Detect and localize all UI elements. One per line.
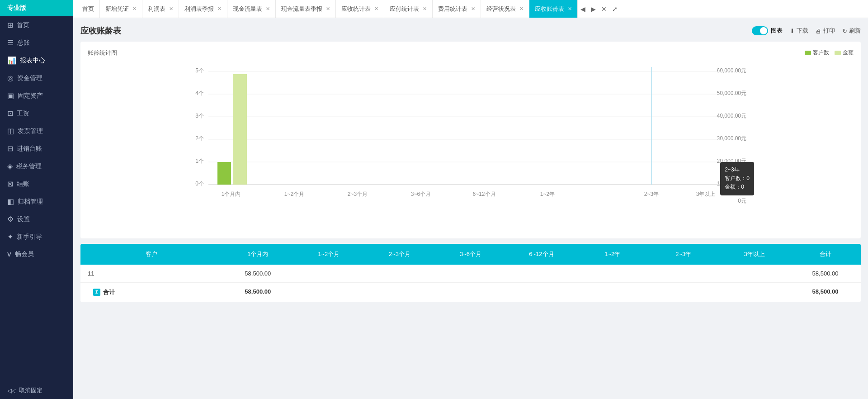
tab-close-all-button[interactable]: ✕ — [599, 5, 609, 13]
chart-toggle[interactable]: 图表 — [752, 26, 783, 35]
svg-text:10,000.00元: 10,000.00元 — [717, 180, 746, 187]
svg-text:2~3个月: 2~3个月 — [348, 191, 368, 197]
cell-total: 58,500.00 — [790, 265, 861, 282]
tab-close-icon[interactable]: ✕ — [423, 6, 427, 12]
tab-cashflow-quarterly[interactable]: 现金流量表季报 ✕ — [276, 0, 336, 18]
tab-ar-aging[interactable]: 应收账龄表 ✕ — [529, 0, 578, 18]
tab-close-icon[interactable]: ✕ — [519, 6, 524, 12]
toggle-control[interactable] — [752, 26, 768, 35]
toggle-label: 图表 — [771, 27, 783, 35]
tab-profit-quarterly[interactable]: 利润表季报 ✕ — [179, 0, 227, 18]
sidebar-item-label: 新手引导 — [17, 233, 42, 241]
tab-label: 新增凭证 — [105, 5, 129, 13]
tab-next-button[interactable]: ▶ — [588, 5, 599, 13]
salary-icon: ⊡ — [7, 109, 13, 118]
tab-expense-stats[interactable]: 费用统计表 ✕ — [433, 0, 481, 18]
tab-ap-stats[interactable]: 应付统计表 ✕ — [384, 0, 433, 18]
page-content: 应收账龄表 图表 ⬇ 下载 🖨 打印 ↻ 刷新 — [73, 18, 868, 399]
sidebar-item-reports[interactable]: 📊 报表中心 — [0, 52, 73, 69]
download-label: 下载 — [797, 27, 808, 35]
sidebar-item-label: 报表中心 — [20, 57, 45, 65]
cell-customer: 11 — [80, 265, 222, 282]
tab-close-icon[interactable]: ✕ — [568, 6, 572, 12]
tab-cashflow[interactable]: 现金流量表 ✕ — [227, 0, 276, 18]
svg-text:1~2个月: 1~2个月 — [284, 191, 304, 197]
sidebar-item-close[interactable]: ⊠ 结账 — [0, 175, 73, 193]
tab-close-icon[interactable]: ✕ — [326, 6, 330, 12]
svg-text:0元: 0元 — [738, 198, 746, 204]
sidebar-item-purchase[interactable]: ⊟ 进销台账 — [0, 140, 73, 157]
sidebar-item-ledger[interactable]: ☰ 总账 — [0, 34, 73, 52]
tab-close-icon[interactable]: ✕ — [217, 6, 222, 12]
print-button[interactable]: 🖨 打印 — [816, 27, 835, 35]
tab-close-icon[interactable]: ✕ — [471, 6, 475, 12]
sidebar-item-home[interactable]: ⊞ 首页 — [0, 16, 73, 34]
download-button[interactable]: ⬇ 下载 — [790, 27, 808, 35]
assets-icon: ▣ — [7, 91, 14, 100]
reports-icon: 📊 — [7, 56, 16, 65]
summary-y23 — [648, 283, 719, 302]
tab-close-icon[interactable]: ✕ — [266, 6, 270, 12]
chart-svg-wrapper: 5个 4个 3个 2个 1个 0个 60,000.00元 50,000.00元 … — [88, 62, 854, 231]
table-row: 11 58,500.00 58,500.00 — [80, 265, 861, 283]
sidebar-item-tax[interactable]: ◈ 税务管理 — [0, 157, 73, 175]
close-account-icon: ⊠ — [7, 180, 13, 188]
unpin-icon: ◁◁ — [7, 387, 16, 394]
refresh-label: 刷新 — [849, 27, 861, 35]
data-table: 客户 1个月内 1~2个月 2~3个月 3~6个月 6~12个月 1~2年 2~… — [80, 244, 861, 302]
legend-amount: 金额 — [835, 49, 854, 57]
tab-expand-button[interactable]: ⤢ — [609, 5, 620, 13]
main-content: 首页 新增凭证 ✕ 利润表 ✕ 利润表季报 ✕ 现金流量表 ✕ 现金流量表季报 … — [73, 0, 868, 399]
tab-biz-status[interactable]: 经营状况表 ✕ — [481, 0, 529, 18]
sidebar-item-capital[interactable]: ◎ 资金管理 — [0, 69, 73, 87]
summary-label: Σ 合计 — [88, 288, 219, 296]
tab-ar-stats[interactable]: 应收统计表 ✕ — [336, 0, 384, 18]
summary-customer: Σ 合计 — [80, 283, 222, 302]
svg-text:20,000.00元: 20,000.00元 — [717, 158, 746, 164]
refresh-button[interactable]: ↻ 刷新 — [842, 27, 861, 35]
col-header-customer: 客户 — [80, 244, 222, 265]
sidebar-item-assets[interactable]: ▣ 固定资产 — [0, 87, 73, 104]
tab-voucher[interactable]: 新增凭证 ✕ — [100, 0, 142, 18]
summary-m36 — [435, 283, 506, 302]
capital-icon: ◎ — [7, 74, 14, 82]
tab-label: 利润表季报 — [184, 5, 214, 13]
legend-customer-color — [805, 51, 811, 55]
tab-bar: 首页 新增凭证 ✕ 利润表 ✕ 利润表季报 ✕ 现金流量表 ✕ 现金流量表季报 … — [73, 0, 868, 18]
unpin-button[interactable]: ◁◁ 取消固定 — [0, 382, 73, 399]
legend-customer-count: 客户数 — [805, 49, 829, 57]
sidebar-item-member[interactable]: V 畅会员 — [0, 246, 73, 263]
refresh-icon: ↻ — [842, 28, 847, 34]
svg-text:1个: 1个 — [195, 158, 204, 164]
legend-amount-label: 金额 — [843, 49, 854, 57]
tab-label: 利润表 — [148, 5, 165, 13]
sidebar-item-label: 工资 — [17, 109, 29, 118]
tab-close-icon[interactable]: ✕ — [169, 6, 173, 12]
sidebar: 专业版 ⊞ 首页 ☰ 总账 📊 报表中心 ◎ 资金管理 ▣ 固定资产 ⊡ 工资 … — [0, 0, 73, 399]
tab-prev-button[interactable]: ◀ — [578, 5, 588, 13]
sidebar-item-label: 首页 — [17, 21, 29, 29]
sidebar-item-archive[interactable]: ◧ 归档管理 — [0, 193, 73, 210]
table-summary-row: Σ 合计 58,500.00 58,500.00 — [80, 283, 861, 302]
tab-close-icon[interactable]: ✕ — [132, 6, 137, 12]
tab-profit[interactable]: 利润表 ✕ — [142, 0, 179, 18]
sidebar-item-salary[interactable]: ⊡ 工资 — [0, 104, 73, 122]
chart-container: 账龄统计图 客户数 金额 5个 4个 3个 2个 1个 — [80, 42, 861, 238]
page-actions: 图表 ⬇ 下载 🖨 打印 ↻ 刷新 — [752, 26, 861, 35]
sidebar-item-guide[interactable]: ✦ 新手引导 — [0, 228, 73, 246]
cell-m1: 58,500.00 — [222, 265, 293, 282]
unpin-label: 取消固定 — [19, 386, 42, 394]
svg-text:3个: 3个 — [195, 113, 204, 119]
tab-home[interactable]: 首页 — [77, 0, 100, 18]
summary-icon: Σ — [93, 289, 100, 296]
legend-amount-color — [835, 51, 841, 55]
svg-text:30,000.00元: 30,000.00元 — [717, 135, 746, 142]
member-icon: V — [7, 251, 11, 258]
sidebar-item-settings[interactable]: ⚙ 设置 — [0, 210, 73, 228]
bar-amount-1 — [233, 74, 247, 185]
sidebar-item-invoice[interactable]: ◫ 发票管理 — [0, 122, 73, 140]
tab-close-icon[interactable]: ✕ — [374, 6, 378, 12]
tab-label: 应付统计表 — [390, 5, 419, 13]
summary-m612 — [506, 283, 577, 302]
guide-icon: ✦ — [7, 233, 13, 241]
